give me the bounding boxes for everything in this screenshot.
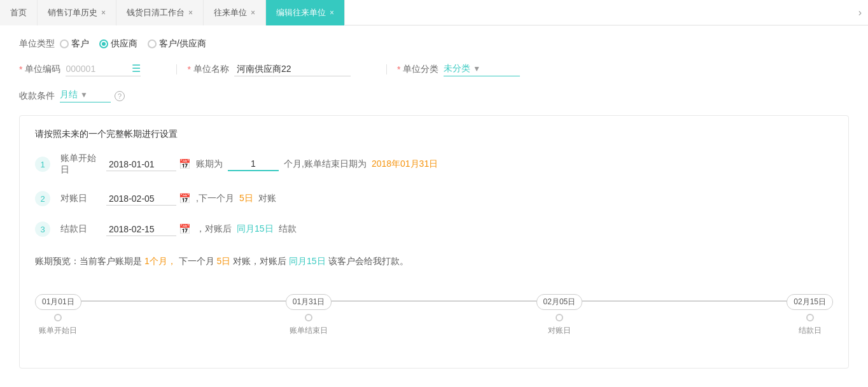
period-text-2: 个月,账单结束日期为: [284, 158, 367, 170]
node-sublabel-1: 账单开始日: [39, 325, 77, 336]
timeline-nodes: 01月01日 账单开始日 01月31日 账单结束日 02月05日 对账日 02月…: [35, 294, 833, 336]
code-required: *: [19, 64, 22, 74]
radio-customer-circle: [60, 39, 69, 48]
node-dot-3: [556, 314, 563, 321]
start-date-cal-icon[interactable]: 📅: [179, 158, 191, 170]
tab-sales-history-close[interactable]: ×: [101, 8, 106, 17]
radio-both-label: 客户/供应商: [159, 38, 206, 50]
tab-cash-work[interactable]: 钱货日清工作台 ×: [116, 0, 204, 25]
period-row-1: 1 账单开始日 📅 账期为 个月,账单结束日期为 2018年01月31日: [35, 153, 833, 176]
period-section: 请按照未来的一个完整帐期进行设置 1 账单开始日 📅 账期为 个月,账单结束日期…: [19, 115, 849, 369]
radio-supplier[interactable]: 供应商: [99, 38, 137, 50]
unit-type-label: 单位类型: [19, 38, 55, 50]
node-pill-4: 02月15日: [787, 294, 833, 310]
radio-supplier-circle: [99, 39, 108, 48]
name-required: *: [187, 64, 190, 74]
main-content: 单位类型 客户 供应商 客户/供应商 * 单位编码: [0, 25, 868, 387]
timeline-node-2: 01月31日 账单结束日: [286, 294, 332, 336]
tab-edit-partner[interactable]: 编辑往来单位 ×: [266, 0, 345, 25]
row-label-3: 结款日: [60, 223, 99, 235]
payment-dropdown-arrow: ▼: [80, 90, 88, 99]
period-text-1: 账期为: [196, 158, 223, 170]
radio-customer[interactable]: 客户: [60, 38, 89, 50]
radio-customer-label: 客户: [71, 38, 89, 50]
preview-pay-day: 同月15日: [289, 256, 326, 266]
tab-cash-work-label: 钱货日清工作台: [127, 7, 185, 18]
category-value: 未分类: [444, 63, 470, 74]
node-sublabel-3: 对账日: [548, 325, 571, 336]
preview-reconcile-suffix: 对账，对账后: [233, 256, 286, 266]
timeline-node-3: 02月05日 对账日: [536, 294, 583, 336]
reconcile-date-input[interactable]: [106, 192, 176, 206]
payment-item: 收款条件 月结 ▼ ?: [19, 89, 125, 102]
preview-reconcile-day: 5日: [216, 256, 230, 266]
sep1: [176, 64, 177, 74]
start-date-input[interactable]: [106, 158, 176, 171]
preview-text: 账期预览：当前客户账期是 1个月， 下一个月 5日 对账，对账后 同月15日 该…: [35, 252, 833, 270]
unit-type-item: 单位类型 客户 供应商 客户/供应商: [19, 38, 206, 50]
row-num-3: 3: [35, 222, 50, 237]
payment-date-input[interactable]: [106, 223, 176, 236]
tab-cash-work-close[interactable]: ×: [188, 8, 193, 17]
preview-suffix: 该客户会给我打款。: [328, 256, 409, 266]
name-item: * 单位名称: [187, 63, 350, 76]
code-item: * 单位编码 ☰: [19, 62, 141, 76]
timeline: 01月01日 账单开始日 01月31日 账单结束日 02月05日 对账日 02月…: [35, 288, 833, 355]
payment-dropdown[interactable]: 月结 ▼: [60, 89, 111, 102]
timeline-node-1: 01月01日 账单开始日: [35, 294, 81, 336]
code-name-category-row: * 单位编码 ☰ * 单位名称 * 单位分类 未分类 ▼: [19, 62, 849, 76]
period-row-3: 3 结款日 📅 ，对账后 同月15日 结款: [35, 222, 833, 237]
tab-partner-close[interactable]: ×: [251, 8, 255, 17]
payment-label: 收款条件: [19, 90, 55, 102]
radio-supplier-label: 供应商: [111, 38, 137, 50]
payment-date-cal-icon[interactable]: 📅: [179, 223, 191, 235]
period-text-5: ，对账后: [196, 223, 232, 235]
payment-help-icon[interactable]: ?: [115, 91, 125, 101]
category-label: 单位分类: [403, 64, 438, 75]
period-num-input[interactable]: [228, 157, 279, 171]
tabs-scroll-arrow[interactable]: ›: [852, 7, 868, 18]
node-sublabel-4: 结款日: [799, 325, 822, 336]
preview-prefix: 账期预览：当前客户账期是: [35, 256, 142, 266]
end-date-highlight: 2018年01月31日: [372, 158, 438, 170]
node-dot-2: [305, 314, 312, 321]
sep2: [386, 64, 387, 74]
node-dot-4: [806, 314, 814, 321]
tab-edit-partner-label: 编辑往来单位: [276, 7, 326, 18]
tab-sales-history[interactable]: 销售订单历史 ×: [38, 0, 116, 25]
period-row-2: 2 对账日 📅 ,下一个月 5日 对账: [35, 191, 833, 206]
preview-mid: 下一个月: [179, 256, 214, 266]
category-dropdown-arrow: ▼: [473, 64, 480, 73]
tab-partner-label: 往来单位: [214, 7, 247, 18]
period-text-3: ,下一个月: [196, 193, 234, 204]
row-num-2: 2: [35, 191, 50, 206]
code-label: 单位编码: [25, 64, 60, 75]
payment-value: 月结: [60, 89, 78, 101]
radio-both[interactable]: 客户/供应商: [148, 38, 206, 50]
section-title: 请按照未来的一个完整帐期进行设置: [35, 129, 833, 140]
payment-highlight: 同月15日: [237, 223, 274, 235]
node-dot-1: [54, 314, 62, 321]
node-pill-2: 01月31日: [286, 294, 332, 310]
tab-partner[interactable]: 往来单位 ×: [204, 0, 266, 25]
code-input[interactable]: [66, 64, 129, 74]
name-input[interactable]: [234, 63, 351, 76]
row-label-1: 账单开始日: [60, 153, 99, 176]
name-label: 单位名称: [193, 64, 229, 75]
tab-home-label: 首页: [10, 7, 27, 18]
tab-sales-history-label: 销售订单历史: [48, 7, 97, 18]
node-pill-1: 01月01日: [35, 294, 81, 310]
tab-home[interactable]: 首页: [0, 0, 38, 25]
period-text-4: 对账: [258, 193, 276, 204]
tabs-bar: 首页 销售订单历史 × 钱货日清工作台 × 往来单位 × 编辑往来单位 × ›: [0, 0, 868, 25]
category-dropdown[interactable]: 未分类 ▼: [444, 63, 520, 76]
reconcile-date-cal-icon[interactable]: 📅: [179, 193, 191, 204]
code-list-icon[interactable]: ☰: [132, 62, 141, 74]
period-text-6: 结款: [279, 223, 297, 235]
timeline-node-4: 02月15日 结款日: [787, 294, 833, 336]
node-pill-3: 02月05日: [536, 294, 583, 310]
unit-type-row: 单位类型 客户 供应商 客户/供应商: [19, 38, 849, 50]
node-sublabel-2: 账单结束日: [290, 325, 328, 336]
tab-edit-partner-close[interactable]: ×: [330, 8, 334, 17]
unit-type-radio-group: 客户 供应商 客户/供应商: [60, 38, 206, 50]
